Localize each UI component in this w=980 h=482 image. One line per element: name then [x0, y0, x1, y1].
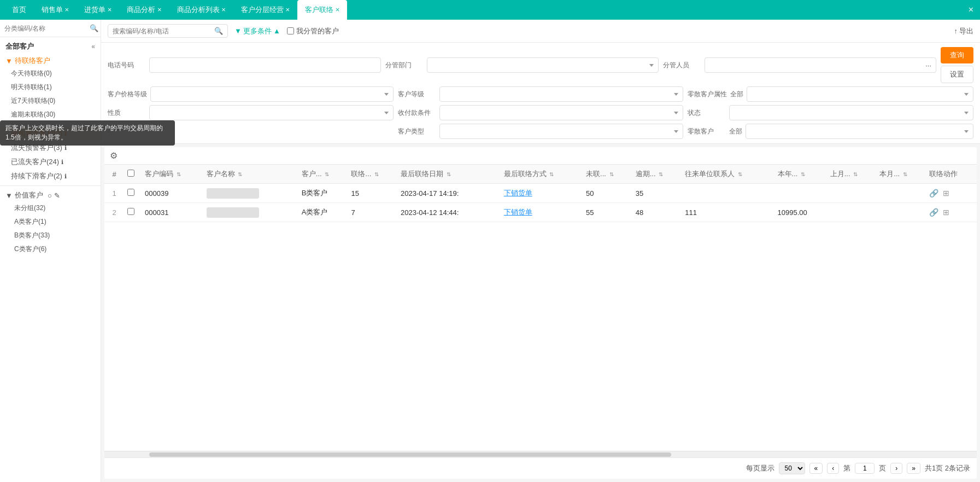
dept-select[interactable]	[427, 57, 659, 73]
payment-select[interactable]	[439, 105, 684, 120]
sidebar-item-lost-customers[interactable]: 已流失客户(24) ℹ	[0, 155, 101, 169]
filter-payment: 收付款条件	[398, 105, 684, 120]
row-2-last-method[interactable]: 下销货单	[501, 203, 583, 222]
sidebar-item-declining[interactable]: 持续下滑客户(2) ℹ	[0, 169, 101, 183]
more-conditions-btn[interactable]: ▼ 更多条件 ▲	[234, 26, 280, 36]
row-1-unit-contact	[682, 184, 774, 203]
table-toolbar: ⚙	[104, 147, 977, 165]
retail-customer-label: 零散客户	[688, 127, 726, 136]
contact-sort-icon: ⇅	[374, 171, 379, 177]
close-icon[interactable]: ×	[969, 5, 973, 15]
row-2-more-icon[interactable]: ⊞	[943, 208, 949, 217]
nav-product-analysis[interactable]: 商品分析 ×	[119, 0, 169, 20]
sidebar-item-a-class[interactable]: A类客户(1)	[0, 215, 101, 229]
row-1-method-link[interactable]: 下销货单	[504, 189, 532, 197]
query-button[interactable]: 查询	[941, 47, 973, 63]
customer-level-select[interactable]	[439, 86, 684, 102]
filter-nature: 性质	[108, 105, 394, 120]
manager-select[interactable]: ···	[705, 57, 936, 73]
prev-page-btn[interactable]: ‹	[827, 463, 839, 474]
retail-customer-inline-label: 全部	[729, 127, 742, 136]
row-2-num: 2	[104, 203, 124, 222]
nav-home[interactable]: 首页	[4, 0, 34, 20]
last-page-btn[interactable]: »	[907, 463, 920, 474]
col-this-month[interactable]: 本月... ⇅	[876, 165, 926, 184]
overdue-sort-icon: ⇅	[659, 171, 663, 177]
retail-customer-select[interactable]	[746, 124, 973, 139]
first-page-btn[interactable]: «	[809, 463, 823, 474]
col-this-year[interactable]: 本年... ⇅	[774, 165, 827, 184]
select-all-checkbox[interactable]	[127, 170, 134, 177]
sidebar-item-7days-pending[interactable]: 近7天待联络(0)	[0, 94, 101, 108]
row-1-checkbox[interactable]	[127, 189, 134, 196]
page-size-select[interactable]: 50	[779, 462, 805, 474]
scrollbar-thumb[interactable]	[149, 452, 671, 457]
sidebar-search-input[interactable]	[4, 25, 86, 32]
advanced-filters: 电话号码 分管部门 分管人员 ···	[101, 43, 980, 144]
row-1-contact-count: 15	[348, 184, 397, 203]
col-name[interactable]: 客户名称 ⇅	[203, 165, 298, 184]
row-1-link-icon[interactable]: 🔗	[929, 189, 938, 198]
lost-info-icon: ℹ	[61, 159, 63, 166]
filter-row-1: 电话号码 分管部门 分管人员 ···	[108, 47, 973, 83]
sidebar-item-c-class[interactable]: C类客户(6)	[0, 242, 101, 256]
top-nav: 首页 销售单 × 进货单 × 商品分析 × 商品分析列表 × 客户分层经营 × …	[0, 0, 980, 20]
col-unit-contact[interactable]: 往来单位联系人 ⇅	[682, 165, 774, 184]
price-level-select[interactable]	[150, 86, 394, 102]
horizontal-scrollbar[interactable]	[104, 451, 977, 457]
value-group-pencil-icon[interactable]: ✎	[54, 191, 60, 200]
col-overdue[interactable]: 逾期... ⇅	[632, 165, 682, 184]
name-sort-icon: ⇅	[238, 171, 242, 177]
sidebar-search-icon[interactable]: 🔍	[90, 24, 98, 32]
row-1-more-icon[interactable]: ⊞	[943, 189, 949, 198]
next-page-btn[interactable]: ›	[890, 463, 902, 474]
col-code[interactable]: 客户编码 ⇅	[142, 165, 203, 184]
row-2-link-icon[interactable]: 🔗	[929, 208, 938, 217]
col-last-contact-method[interactable]: 最后联络方式 ⇅	[501, 165, 583, 184]
retail-attr-select[interactable]	[747, 86, 973, 102]
nav-sales[interactable]: 销售单 ×	[34, 0, 77, 20]
sidebar-item-repurchase-anomaly[interactable]: 回购异常客户(2) ℹ	[0, 126, 101, 141]
export-btn[interactable]: ↑ 导出	[954, 26, 974, 36]
nature-select[interactable]	[149, 105, 394, 120]
repurchase-info-icon: ℹ	[64, 130, 67, 137]
nav-customer-segmentation[interactable]: 客户分层经营 ×	[233, 0, 297, 20]
my-customers-checkbox[interactable]	[287, 27, 294, 34]
value-group-edit-icon[interactable]: ○	[48, 191, 52, 200]
phone-input[interactable]	[149, 57, 381, 73]
sidebar-item-b-class[interactable]: B类客户(33)	[0, 229, 101, 242]
sidebar-collapse-icon[interactable]: «	[91, 43, 95, 50]
row-1-last-method[interactable]: 下销货单	[501, 184, 583, 203]
my-customers-checkbox-group[interactable]: 我分管的客户	[287, 26, 339, 36]
col-customer-type[interactable]: 客户... ⇅	[298, 165, 348, 184]
nav-purchase[interactable]: 进货单 ×	[77, 0, 119, 20]
sidebar-item-unclassified[interactable]: 未分组(32)	[0, 201, 101, 215]
sidebar-item-tomorrow-pending[interactable]: 明天待联络(1)	[0, 80, 101, 94]
col-not-contacted[interactable]: 未联... ⇅	[583, 165, 632, 184]
sidebar-item-overdue-pending[interactable]: 逾期未联络(30)	[0, 108, 101, 121]
all-customers-label: 全部客户	[5, 42, 34, 51]
status-select[interactable]	[729, 105, 973, 120]
table-settings-icon[interactable]: ⚙	[110, 150, 118, 161]
customer-type-select[interactable]	[439, 124, 684, 139]
row-2-code: 000031	[142, 203, 203, 222]
nav-customer-contact[interactable]: 客户联络 ×	[297, 0, 347, 20]
settings-button[interactable]: 设置	[941, 66, 973, 83]
sidebar-item-lost-warning[interactable]: 流失预警客户(3) ℹ	[0, 141, 101, 155]
table-scroll-container[interactable]: # 客户编码 ⇅ 客户名称 ⇅	[104, 165, 977, 451]
row-2-checkbox[interactable]	[127, 208, 134, 215]
col-contact-count[interactable]: 联络... ⇅	[348, 165, 397, 184]
col-last-month[interactable]: 上月... ⇅	[827, 165, 877, 184]
page-number-input[interactable]	[855, 463, 875, 474]
col-last-contact-date[interactable]: 最后联络日期 ⇅	[397, 165, 501, 184]
sidebar-search-bar: 🔍	[0, 20, 101, 37]
search-icon[interactable]: 🔍	[214, 27, 223, 35]
search-input[interactable]	[113, 27, 211, 35]
pagination-bar: 每页显示 50 « ‹ 第 页 › » 共1页 2条记录	[104, 457, 977, 479]
retail-attr-inline-label: 全部	[730, 90, 743, 99]
nav-product-analysis-list[interactable]: 商品分析列表 ×	[169, 0, 233, 20]
row-2-method-link[interactable]: 下销货单	[504, 208, 532, 216]
row-1-this-year	[774, 184, 827, 203]
sidebar-item-today-pending[interactable]: 今天待联络(0)	[0, 67, 101, 80]
col-action: 联络动作	[926, 165, 977, 184]
